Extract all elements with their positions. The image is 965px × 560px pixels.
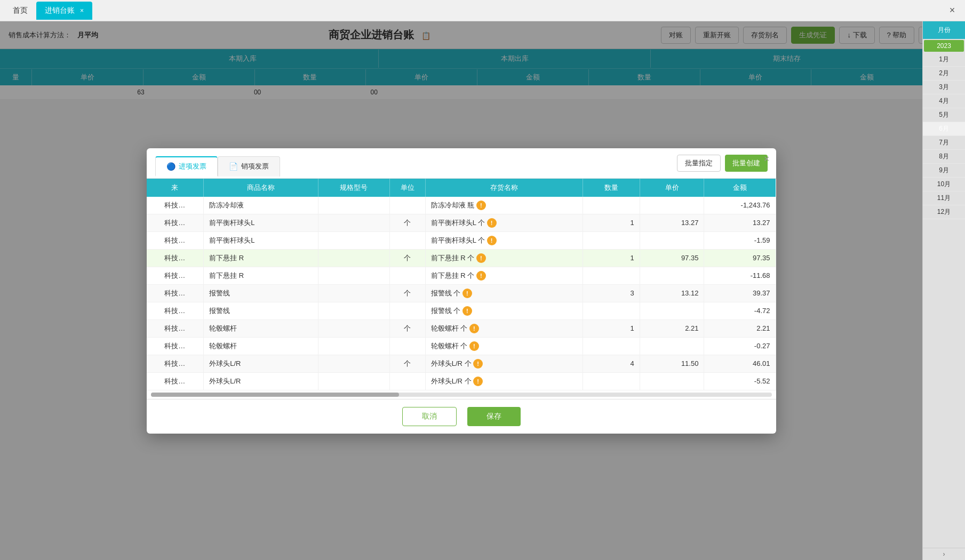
warning-icon[interactable]: !: [487, 236, 497, 245]
warning-icon[interactable]: !: [462, 289, 472, 298]
col-header-product: 商品名称: [204, 179, 318, 197]
modal-close-button[interactable]: ×: [764, 154, 770, 165]
right-panel: 月份 2023 1月 2月 3月 4月 5月 6月 7月 8月 9月 10月 1…: [922, 21, 965, 560]
cell-amount: -0.27: [704, 337, 776, 355]
input-invoice-icon: 🔵: [166, 162, 176, 171]
cell-inventory: 外球头L/R 个 !: [425, 355, 583, 372]
warning-icon[interactable]: !: [487, 218, 497, 228]
tab-output-invoice[interactable]: 📄 销项发票: [218, 156, 280, 177]
table-row: 科技… 防冻冷却液 防冻冷却液 瓶 ! -1,243.76: [147, 197, 776, 214]
cell-price: [640, 337, 704, 355]
cell-qty: [583, 302, 640, 319]
month-12[interactable]: 12月: [923, 205, 965, 219]
warning-icon[interactable]: !: [473, 359, 483, 369]
cell-price: [640, 197, 704, 214]
cell-amount: 2.21: [704, 319, 776, 337]
table-row: 科技… 轮毂螺杆 轮毂螺杆 个 ! -0.27: [147, 337, 776, 355]
cell-price: [640, 372, 704, 390]
cell-unit: [389, 267, 425, 284]
tab-input-invoice[interactable]: 🔵 进项发票: [155, 156, 218, 177]
cell-price: 13.12: [640, 284, 704, 302]
scrollbar-track: [151, 393, 772, 397]
modal-table: 来 商品名称 规格型号 单位 存货名称 数量 单价 金额 科技… 防冻冷却液: [147, 179, 776, 390]
cell-amount: -1.59: [704, 231, 776, 249]
tab-home[interactable]: 首页: [4, 2, 36, 20]
cell-unit: 个: [389, 284, 425, 302]
cell-amount: 13.27: [704, 214, 776, 231]
month-11[interactable]: 11月: [923, 191, 965, 205]
cell-company: 科技…: [147, 337, 204, 355]
warning-icon[interactable]: !: [473, 377, 483, 386]
month-9[interactable]: 9月: [923, 164, 965, 178]
horizontal-scrollbar[interactable]: [147, 390, 776, 399]
cell-amount: -5.52: [704, 372, 776, 390]
tab-close-icon[interactable]: ×: [80, 7, 84, 14]
warning-icon[interactable]: !: [462, 306, 472, 316]
table-row: 科技… 外球头L/R 个 外球头L/R 个 ! 4 11.50 46.01: [147, 355, 776, 372]
table-row: 科技… 报警线 个 报警线 个 ! 3 13.12 39.37: [147, 284, 776, 302]
tab-ledger[interactable]: 进销台账 ×: [36, 2, 92, 20]
table-row: 科技… 外球头L/R 外球头L/R 个 ! -5.52: [147, 372, 776, 390]
cell-product: 防冻冷却液: [204, 197, 318, 214]
cell-qty: 3: [583, 284, 640, 302]
modal-header-buttons: 批量指定 批量创建: [677, 155, 768, 178]
batch-assign-button[interactable]: 批量指定: [677, 155, 721, 172]
cell-product: 轮毂螺杆: [204, 337, 318, 355]
cell-company: 科技…: [147, 214, 204, 231]
month-3[interactable]: 3月: [923, 81, 965, 94]
warning-icon[interactable]: !: [476, 201, 486, 210]
month-4[interactable]: 4月: [923, 94, 965, 108]
cell-amount: 46.01: [704, 355, 776, 372]
cell-qty: [583, 372, 640, 390]
cell-spec: [318, 267, 389, 284]
cell-qty: [583, 337, 640, 355]
col-header-inventory: 存货名称: [425, 179, 583, 197]
warning-icon[interactable]: !: [476, 253, 486, 263]
warning-icon[interactable]: !: [469, 324, 479, 333]
cell-unit: [389, 337, 425, 355]
table-row: 科技… 前平衡杆球头L 个 前平衡杆球头L 个 ! 1 13.27 13.27: [147, 214, 776, 231]
cell-product: 外球头L/R: [204, 372, 318, 390]
month-8[interactable]: 8月: [923, 150, 965, 164]
month-7[interactable]: 7月: [923, 136, 965, 150]
cell-product: 报警线: [204, 302, 318, 319]
col-header-qty: 数量: [583, 179, 640, 197]
cell-inventory: 前平衡杆球头L 个 !: [425, 214, 583, 231]
warning-icon[interactable]: !: [476, 271, 486, 281]
modal-overlay: 🔵 进项发票 📄 销项发票 批量指定 批量创建 ×: [0, 21, 922, 560]
cell-price: 97.35: [640, 249, 704, 267]
cell-amount: 39.37: [704, 284, 776, 302]
cell-amount: -1,243.76: [704, 197, 776, 214]
modal-header: 🔵 进项发票 📄 销项发票 批量指定 批量创建 ×: [147, 148, 776, 179]
cell-unit: 个: [389, 214, 425, 231]
cell-spec: [318, 214, 389, 231]
cell-product: 外球头L/R: [204, 355, 318, 372]
month-6[interactable]: 6月: [923, 122, 965, 136]
output-invoice-icon: 📄: [229, 162, 238, 171]
month-10[interactable]: 10月: [923, 178, 965, 191]
cell-unit: [389, 231, 425, 249]
month-2[interactable]: 2月: [923, 67, 965, 81]
cell-qty: 1: [583, 214, 640, 231]
col-header-company: 来: [147, 179, 204, 197]
cell-product: 前平衡杆球头L: [204, 214, 318, 231]
warning-icon[interactable]: !: [469, 341, 479, 351]
batch-create-button[interactable]: 批量创建: [725, 155, 768, 172]
cell-spec: [318, 355, 389, 372]
cell-spec: [318, 231, 389, 249]
cell-qty: 1: [583, 319, 640, 337]
cell-company: 科技…: [147, 231, 204, 249]
scrollbar-thumb: [151, 393, 400, 397]
save-button[interactable]: 保存: [467, 407, 521, 426]
cancel-button[interactable]: 取消: [402, 407, 457, 426]
month-5[interactable]: 5月: [923, 108, 965, 122]
month-1[interactable]: 1月: [923, 53, 965, 67]
window-close-button[interactable]: ×: [944, 2, 961, 19]
side-collapse-button[interactable]: ›: [923, 548, 965, 560]
cell-price: [640, 302, 704, 319]
table-row: 科技… 报警线 报警线 个 ! -4.72: [147, 302, 776, 319]
cell-product: 前下悬挂 R: [204, 249, 318, 267]
table-row: 科技… 前下悬挂 R 个 前下悬挂 R 个 ! 1 97.35 97.35: [147, 249, 776, 267]
col-header-unit: 单位: [389, 179, 425, 197]
cell-price: [640, 231, 704, 249]
